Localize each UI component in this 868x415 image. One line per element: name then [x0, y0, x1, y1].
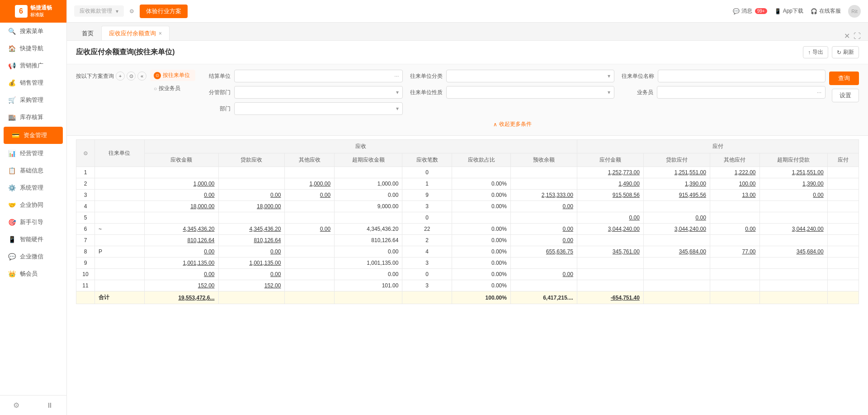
table-cell[interactable]: 0.00 — [144, 246, 218, 258]
field-input-lwdwxz[interactable]: ▾ — [446, 86, 614, 99]
sidebar-item-guide[interactable]: 🎯 新手引导 — [0, 214, 66, 231]
table-cell[interactable] — [510, 178, 577, 190]
table-cell[interactable] — [285, 246, 335, 258]
table-cell[interactable] — [577, 269, 643, 280]
tab-active[interactable]: 应收应付余额查询 × — [101, 26, 170, 40]
table-cell[interactable] — [285, 280, 335, 291]
sidebar-item-purchase[interactable]: 🛒 采购管理 — [0, 91, 66, 109]
table-cell[interactable]: 0.00 — [285, 224, 335, 235]
sidebar-settings-btn[interactable]: ⚙ — [9, 399, 23, 411]
field-input-bm[interactable]: ▾ — [234, 102, 403, 115]
user-avatar[interactable]: Rit — [848, 5, 861, 18]
table-cell[interactable] — [510, 258, 577, 269]
sidebar-item-marketing[interactable]: 📢 营销推广 — [0, 57, 66, 74]
table-cell[interactable] — [510, 212, 577, 224]
table-cell[interactable] — [710, 201, 760, 212]
table-cell[interactable] — [285, 201, 335, 212]
table-cell[interactable] — [643, 235, 710, 246]
service-btn[interactable]: 🎧 在线客服 — [811, 7, 841, 15]
table-cell[interactable]: 1,001,135.00 — [218, 258, 285, 269]
table-cell[interactable]: 915,495.56 — [643, 190, 710, 201]
table-cell[interactable] — [643, 258, 710, 269]
table-cell[interactable]: 0.00 — [218, 190, 285, 201]
table-cell[interactable] — [643, 269, 710, 280]
table-cell[interactable]: 0.00 — [218, 246, 285, 258]
tab-close-btn[interactable]: × — [159, 30, 162, 37]
table-cell[interactable]: 0.00 — [510, 269, 577, 280]
table-cell[interactable]: 1,000.00 — [285, 178, 335, 190]
scheme-option-salesman[interactable]: ○ 按业务员 — [150, 83, 195, 94]
table-cell[interactable]: 1,252,773.00 — [577, 167, 643, 178]
table-cell[interactable]: 1,490.00 — [577, 178, 643, 190]
table-cell[interactable] — [710, 235, 760, 246]
table-cell[interactable]: 100.00 — [710, 178, 760, 190]
field-input-lwdwfl[interactable]: ▾ — [446, 70, 614, 82]
table-cell[interactable]: 3,044,240.00 — [760, 224, 827, 235]
table-cell[interactable] — [285, 258, 335, 269]
table-cell[interactable]: 345,761.00 — [577, 246, 643, 258]
table-cell[interactable] — [577, 235, 643, 246]
table-cell[interactable] — [577, 258, 643, 269]
table-cell[interactable]: 0.00 — [510, 201, 577, 212]
input-lwdwmc[interactable] — [662, 73, 821, 79]
table-cell[interactable] — [710, 280, 760, 291]
sidebar-item-operation[interactable]: 📊 经营管理 — [0, 145, 66, 162]
table-cell[interactable]: 3,044,240.00 — [577, 224, 643, 235]
table-cell[interactable]: 1,251,551.00 — [643, 167, 710, 178]
table-cell[interactable]: 0.00 — [643, 212, 710, 224]
tab-maximize-icon[interactable]: ⛶ — [854, 32, 861, 40]
table-cell[interactable] — [510, 167, 577, 178]
field-input-lwdwmc[interactable] — [658, 70, 826, 82]
scheme-settings-btn[interactable]: ⊙ — [127, 72, 136, 81]
table-cell[interactable] — [760, 269, 827, 280]
table-cell[interactable] — [643, 280, 710, 291]
tab-home[interactable]: 首页 — [74, 26, 101, 40]
tab-close-window-icon[interactable]: ✕ — [844, 32, 850, 40]
table-cell[interactable]: 1,390.00 — [643, 178, 710, 190]
table-cell[interactable] — [285, 235, 335, 246]
table-cell[interactable]: 0.00 — [510, 224, 577, 235]
messages-btn[interactable]: 💬 消息 99+ — [733, 7, 767, 15]
sidebar-item-sales[interactable]: 💰 销售管理 — [0, 74, 66, 91]
refresh-btn[interactable]: ↻ 刷新 — [832, 46, 859, 58]
sidebar-item-collab[interactable]: 🤝 企业协同 — [0, 196, 66, 214]
table-cell[interactable]: 0.00 — [144, 190, 218, 201]
field-input-ywy[interactable]: ··· — [657, 86, 826, 99]
sidebar-item-wechat[interactable]: 💬 企业微信 — [0, 248, 66, 265]
table-cell[interactable]: 1,001,135.00 — [144, 258, 218, 269]
table-cell[interactable] — [218, 212, 285, 224]
field-input-fgbm[interactable]: ▾ — [234, 86, 403, 99]
table-cell[interactable]: 1,390.00 — [760, 178, 827, 190]
scheme-option-unit[interactable]: ⊙ 按往来单位 — [150, 70, 195, 81]
filter-collapse-btn[interactable]: ∧ 收起更多条件 — [199, 119, 826, 130]
footer-ysje[interactable]: 19,553,472,6... — [144, 291, 218, 304]
table-cell[interactable]: 152.00 — [144, 280, 218, 291]
table-cell[interactable]: 810,126.64 — [144, 235, 218, 246]
table-cell[interactable]: 810,126.64 — [218, 235, 285, 246]
table-cell[interactable]: 655,636.75 — [510, 246, 577, 258]
table-cell[interactable]: 0.00 — [285, 190, 335, 201]
table-cell[interactable]: 2,153,333.00 — [510, 190, 577, 201]
table-cell[interactable] — [577, 280, 643, 291]
app-download-btn[interactable]: 📱 App下载 — [774, 7, 803, 15]
table-cell[interactable]: 13.00 — [710, 190, 760, 201]
sidebar-collapse-btn[interactable]: ⏸ — [42, 400, 57, 411]
table-cell[interactable]: 1,251,551.00 — [760, 167, 827, 178]
table-cell[interactable]: 152.00 — [218, 280, 285, 291]
table-cell[interactable] — [760, 201, 827, 212]
table-cell[interactable]: 0.00 — [577, 212, 643, 224]
gear-icon[interactable]: ⚙ — [129, 8, 134, 14]
table-cell[interactable]: 0.00 — [510, 235, 577, 246]
table-cell[interactable] — [285, 212, 335, 224]
table-cell[interactable]: 4,345,436.20 — [218, 224, 285, 235]
table-cell[interactable] — [144, 167, 218, 178]
table-cell[interactable] — [760, 212, 827, 224]
table-cell[interactable] — [760, 280, 827, 291]
table-cell[interactable] — [710, 258, 760, 269]
promo-button[interactable]: 体验行业方案 — [140, 5, 188, 18]
table-cell[interactable] — [218, 167, 285, 178]
table-cell[interactable] — [510, 280, 577, 291]
sidebar-item-nav[interactable]: 🏠 快捷导航 — [0, 40, 66, 57]
col-settings-icon[interactable]: ⚙ — [80, 148, 91, 159]
table-cell[interactable] — [218, 178, 285, 190]
